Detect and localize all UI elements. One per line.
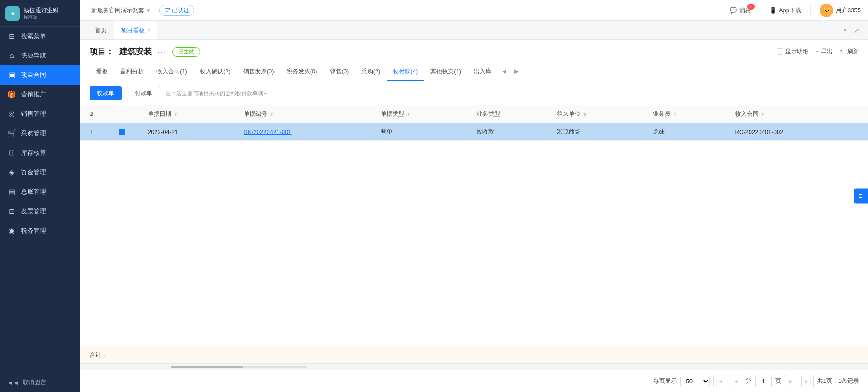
subnav-sales-invoice[interactable]: 销售发票(0) bbox=[237, 62, 280, 81]
subnav-income-confirm[interactable]: 收入确认(2) bbox=[193, 62, 237, 81]
page-next-btn[interactable]: ► bbox=[785, 375, 797, 387]
sidebar-unpin[interactable]: ◄◄ 取消固定 bbox=[0, 373, 80, 392]
col-date: 单据日期 ⇅ bbox=[142, 105, 238, 123]
sidebar-item-marketing[interactable]: 🎁 营销推广 bbox=[0, 85, 80, 104]
sidebar-item-quicknav[interactable]: ⌂ 快捷导航 bbox=[0, 46, 80, 65]
subnav-income-contract[interactable]: 收入合同(1) bbox=[150, 62, 193, 81]
right-float-icon: ☰ bbox=[858, 193, 864, 199]
subnav-purchase[interactable]: 采购(2) bbox=[355, 62, 387, 81]
sort-type-icon[interactable]: ⇅ bbox=[407, 112, 411, 117]
page-size-select[interactable]: 50 bbox=[680, 376, 710, 387]
project-status: 已生效 bbox=[172, 47, 200, 57]
cell-partner: 宏茂商场 bbox=[552, 123, 647, 141]
subnav-receipt[interactable]: 收付款(4) bbox=[387, 62, 424, 81]
scrollbar-thumb[interactable] bbox=[171, 366, 243, 368]
cart-icon: 🛒 bbox=[7, 129, 16, 138]
page-last-btn[interactable]: ►| bbox=[801, 375, 814, 387]
col-biz-type: 业务类型 bbox=[471, 105, 552, 123]
cell-type: 蓝单 bbox=[375, 123, 471, 141]
tab-home[interactable]: 首页 bbox=[88, 21, 114, 39]
close-window-btn[interactable]: × bbox=[841, 26, 849, 34]
inventory-icon: ⊞ bbox=[7, 148, 16, 157]
col-settings[interactable]: ⚙ bbox=[80, 105, 102, 123]
certified-badge: 🛡 已认证 bbox=[159, 5, 194, 16]
cell-number[interactable]: SK-20220421-001 bbox=[238, 123, 375, 141]
sidebar-item-purchase[interactable]: 🛒 采购管理 bbox=[0, 124, 80, 143]
sort-number-icon[interactable]: ⇅ bbox=[270, 112, 274, 117]
maximize-window-btn[interactable]: ⤢ bbox=[853, 26, 861, 34]
sidebar-item-invoice[interactable]: ⊡ 发票管理 bbox=[0, 201, 80, 221]
sub-nav: 看板 盈利分析 收入合同(1) 收入确认(2) 销售发票(0) 税务发票(0) … bbox=[80, 62, 868, 81]
home-icon: ⌂ bbox=[7, 52, 16, 60]
col-salesperson: 业务员 ⇅ bbox=[647, 105, 730, 123]
user-info[interactable]: 🐱 用户3355 bbox=[820, 4, 861, 17]
summary-row: 合计： bbox=[80, 346, 868, 363]
tab-kanban[interactable]: 项目看板 × bbox=[114, 21, 157, 39]
subnav-tax-invoice[interactable]: 税务发票(0) bbox=[280, 62, 324, 81]
messages-btn[interactable]: 💬 消息 1 bbox=[730, 6, 751, 14]
cell-salesperson: 龙妹 bbox=[647, 123, 730, 141]
header-divider2 bbox=[810, 6, 811, 15]
invoice-icon: ⊡ bbox=[7, 207, 16, 215]
subnav-kanban[interactable]: 看板 bbox=[90, 62, 114, 81]
subnav-profit[interactable]: 盈利分析 bbox=[114, 62, 150, 81]
sidebar-item-tax[interactable]: ◉ 税务管理 bbox=[0, 221, 80, 240]
cell-biz-type: 应收款 bbox=[471, 123, 552, 141]
more-btn[interactable]: ··· bbox=[157, 47, 167, 57]
top-header: 新服务官网演示账套 ▾ 🛡 已认证 💬 消息 1 📱 App下载 🐱 用户335… bbox=[80, 0, 868, 21]
col-partner: 往来单位 ⇅ bbox=[552, 105, 647, 123]
btn-payment[interactable]: 付款单 bbox=[127, 86, 160, 100]
app-download-btn[interactable]: 📱 App下载 bbox=[769, 6, 801, 14]
pagination: 每页显示 50 |◄ ◄ 第 页 ► ►| 共1页，1条记录 bbox=[80, 370, 868, 392]
page-prev-btn[interactable]: ◄ bbox=[730, 375, 742, 387]
subnav-sales[interactable]: 销售(0) bbox=[324, 62, 355, 81]
main-area: 新服务官网演示账套 ▾ 🛡 已认证 💬 消息 1 📱 App下载 🐱 用户335… bbox=[80, 0, 868, 392]
sidebar-item-project[interactable]: ▣ 项目合同 bbox=[0, 65, 80, 85]
tab-bar: 首页 项目看板 × × ⤢ bbox=[80, 21, 868, 40]
horizontal-scrollbar[interactable] bbox=[171, 366, 307, 368]
sidebar-item-inventory[interactable]: ⊞ 库存核算 bbox=[0, 143, 80, 163]
table-header-row: ⚙ 单据日期 ⇅ 单据编号 ⇅ bbox=[80, 105, 868, 123]
right-float-btn[interactable]: ☰ bbox=[854, 189, 868, 204]
account-dropdown-icon: ▾ bbox=[147, 7, 150, 14]
sort-contract-icon[interactable]: ⇅ bbox=[761, 112, 765, 117]
show-detail-checkbox[interactable]: 显示明细 bbox=[777, 48, 809, 56]
search-icon: ⊟ bbox=[7, 32, 16, 41]
sidebar-item-sales[interactable]: ◎ 销售管理 bbox=[0, 104, 80, 124]
filter-bar: 收款单 付款单 注：这里是与项目关联的全部收付款单哦～ bbox=[80, 81, 868, 105]
col-type: 单据类型 ⇅ bbox=[375, 105, 471, 123]
sort-date-icon[interactable]: ⇅ bbox=[175, 112, 178, 117]
data-table-wrap: ⚙ 单据日期 ⇅ 单据编号 ⇅ bbox=[80, 105, 868, 346]
select-all-checkbox[interactable] bbox=[119, 111, 125, 117]
page-number-input[interactable] bbox=[755, 375, 772, 387]
cell-checkbox bbox=[102, 123, 142, 141]
data-table: ⚙ 单据日期 ⇅ 单据编号 ⇅ bbox=[80, 105, 868, 141]
cell-income-contract: RC-20220401-002 bbox=[730, 123, 868, 141]
subnav-other-expense[interactable]: 其他收支(1) bbox=[424, 62, 467, 81]
subnav-next[interactable]: ► bbox=[510, 67, 523, 76]
sidebar: ✦ 畅捷通好业财 标准版 ⊟ 搜索菜单 ⌂ 快捷导航 ▣ 项目合同 🎁 营销推广… bbox=[0, 0, 80, 392]
project-label: 项目： bbox=[90, 46, 114, 57]
subnav-prev[interactable]: ◄ bbox=[498, 67, 510, 76]
subnav-stock[interactable]: 出入库 bbox=[467, 62, 498, 81]
window-controls: × ⤢ bbox=[841, 26, 861, 34]
tab-close-kanban[interactable]: × bbox=[147, 28, 150, 33]
page-first-btn[interactable]: |◄ bbox=[713, 375, 726, 387]
sales-icon: ◎ bbox=[7, 110, 16, 118]
sort-salesperson-icon[interactable]: ⇅ bbox=[674, 112, 677, 117]
sidebar-item-search[interactable]: ⊟ 搜索菜单 bbox=[0, 27, 80, 46]
export-btn[interactable]: ↑ 导出 bbox=[816, 48, 833, 56]
btn-receipt[interactable]: 收款单 bbox=[90, 86, 122, 100]
sort-partner-icon[interactable]: ⇅ bbox=[583, 112, 587, 117]
checkbox-box[interactable] bbox=[777, 48, 783, 55]
sidebar-item-capital[interactable]: ◈ 资金管理 bbox=[0, 163, 80, 182]
export-icon: ↑ bbox=[816, 48, 819, 55]
logo-icon: ✦ bbox=[5, 6, 20, 21]
scroll-bar-area bbox=[80, 363, 868, 370]
account-selector[interactable]: 新服务官网演示账套 ▾ bbox=[88, 5, 154, 16]
row-checkbox[interactable] bbox=[119, 129, 125, 135]
sidebar-item-ledger[interactable]: ▤ 总账管理 bbox=[0, 182, 80, 201]
project-name: 建筑安装 bbox=[119, 46, 152, 57]
refresh-btn[interactable]: ↻ 刷新 bbox=[840, 48, 859, 56]
project-header: 项目： 建筑安装 ··· 已生效 显示明细 ↑ 导出 ↻ 刷新 bbox=[80, 40, 868, 62]
